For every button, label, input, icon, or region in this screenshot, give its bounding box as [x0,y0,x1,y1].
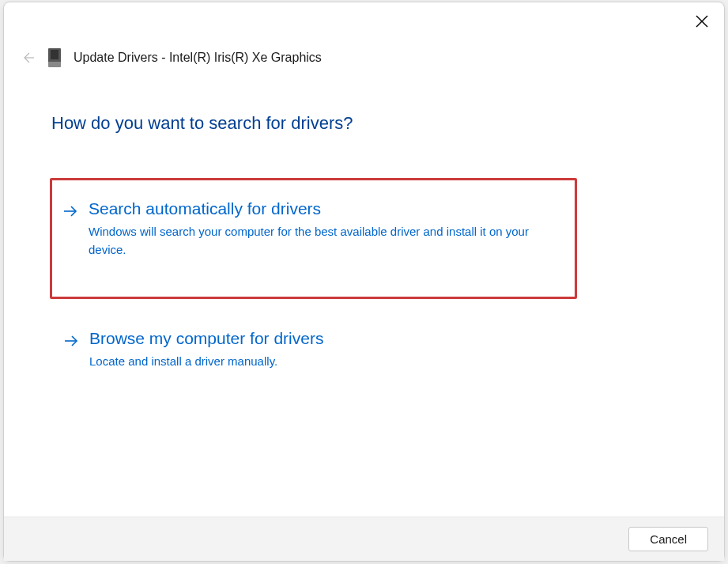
option-description: Windows will search your computer for th… [89,223,559,259]
device-icon [48,48,61,67]
option-text: Browse my computer for drivers Locate an… [89,329,664,371]
back-button [20,50,36,66]
close-icon [696,15,708,28]
arrow-right-icon [64,334,78,351]
option-text: Search automatically for drivers Windows… [89,199,559,259]
dialog-footer: Cancel [4,517,724,561]
dialog-header: Update Drivers - Intel(R) Iris(R) Xe Gra… [4,2,724,74]
option-title: Browse my computer for drivers [89,329,664,348]
option-description: Locate and install a driver manually. [89,353,579,371]
cancel-button[interactable]: Cancel [628,527,708,551]
option-search-automatically[interactable]: Search automatically for drivers Windows… [50,178,577,299]
dialog-title: Update Drivers - Intel(R) Iris(R) Xe Gra… [74,51,322,65]
option-browse-computer[interactable]: Browse my computer for drivers Locate an… [51,315,680,385]
update-drivers-dialog: Update Drivers - Intel(R) Iris(R) Xe Gra… [3,2,725,562]
arrow-left-icon [20,50,36,66]
question-heading: How do you want to search for drivers? [51,113,680,134]
close-button[interactable] [692,12,711,31]
dialog-content: How do you want to search for drivers? S… [4,74,724,517]
arrow-right-icon [63,204,77,221]
option-title: Search automatically for drivers [89,199,559,218]
